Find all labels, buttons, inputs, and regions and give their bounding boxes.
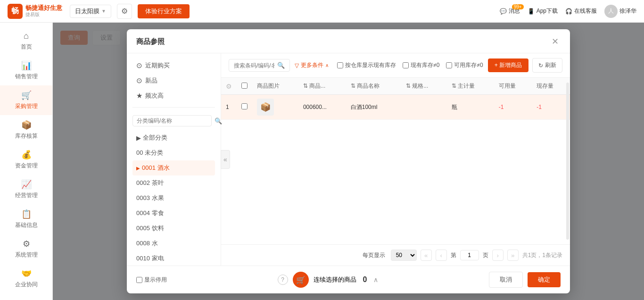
sidebar-item-operations[interactable]: 📈 经营管理 (0, 175, 52, 204)
home-icon: ⌂ (24, 31, 29, 41)
right-panel: 🔍 ▽ 更多条件 ∧ 按仓库显示现有库存 (221, 53, 570, 266)
row-checkbox (237, 95, 252, 120)
shortcut-new[interactable]: ⊙ 新品 (132, 73, 215, 88)
product-search-icon[interactable]: 🔍 (277, 62, 285, 69)
sort-icon: ⇅ (406, 83, 411, 89)
category-0002[interactable]: 0002 茶叶 (132, 175, 215, 191)
modal-title: 商品参照 (136, 37, 165, 46)
total-info: 共1页，1条记录 (522, 251, 562, 259)
col-stock: 现存量 (532, 78, 570, 95)
col-spec[interactable]: ⇅ 规格... (401, 78, 447, 95)
sidebar-item-guide[interactable]: 🎯 新手引导 (0, 297, 52, 300)
category-0001[interactable]: ▶ 0001 酒水 (132, 160, 215, 175)
close-button[interactable]: ✕ (549, 36, 561, 47)
more-filter-button[interactable]: ▽ 更多条件 ∧ (295, 61, 329, 69)
product-search-bar: 🔍 (229, 59, 290, 72)
footer-center: ? 🛒 连续选择的商品 0 ∧ (167, 272, 489, 288)
recent-icon: ⊙ (136, 61, 142, 70)
category-0005[interactable]: 0005 饮料 (132, 221, 215, 236)
user-nav[interactable]: 人 徐泽华 (604, 5, 636, 18)
modal-body: ⊙ 近期购买 ⊙ 新品 ★ 频次高 (127, 53, 570, 266)
filter-arrow-icon: ∧ (325, 63, 329, 68)
trial-button[interactable]: 体验行业方案 (138, 4, 190, 18)
cancel-button[interactable]: 取消 (489, 272, 523, 288)
pagination: 每页显示 50 10 20 100 « ‹ 第 页 (221, 244, 570, 266)
logo-text: 畅捷通好生意 (25, 4, 62, 12)
product-reference-modal: 商品参照 ✕ ⊙ 近期购买 ⊙ 新 (127, 29, 570, 293)
prev-page-button[interactable]: ‹ (436, 250, 447, 261)
first-page-button[interactable]: « (421, 250, 432, 261)
sales-icon: 📊 (21, 60, 32, 71)
col-unit[interactable]: ⇅ 主计量 (447, 78, 494, 95)
refresh-button[interactable]: ↻ 刷新 (532, 58, 562, 73)
sidebar-item-finance[interactable]: 💰 资金管理 (0, 145, 52, 175)
help-icon[interactable]: ? (278, 275, 288, 285)
shortcut-recent[interactable]: ⊙ 近期购买 (132, 58, 215, 73)
sidebar-item-home[interactable]: ⌂ 首页 (0, 26, 52, 56)
sidebar-item-basic[interactable]: 📋 基础信息 (0, 204, 52, 234)
category-all[interactable]: ▶ 全部分类 (132, 130, 215, 145)
shortcuts-section: ⊙ 近期购买 ⊙ 新品 ★ 频次高 (127, 58, 221, 103)
inventory-icon: 📦 (21, 120, 32, 130)
system-icon: ⚙ (23, 239, 30, 249)
column-settings-icon[interactable]: ⚙ (226, 83, 232, 90)
table-row[interactable]: 1 📦 (221, 95, 570, 120)
finance-icon: 💰 (21, 150, 32, 160)
category-search-input[interactable] (132, 115, 212, 126)
checkbox-usable[interactable]: 可用库存≠0 (446, 61, 483, 69)
category-0004[interactable]: 0004 零食 (132, 206, 215, 221)
divider (132, 107, 215, 108)
select-all-checkbox[interactable] (241, 83, 248, 89)
next-page-button[interactable]: › (492, 250, 504, 261)
row-code: 000600... (298, 95, 346, 120)
col-image: 商品图片 (252, 78, 298, 95)
per-page-select[interactable]: 50 10 20 100 (391, 250, 417, 261)
sidebar-item-collab[interactable]: 🤝 企业协同 (0, 264, 52, 293)
sidebar-item-purchase[interactable]: 🛒 采购管理 (0, 85, 52, 115)
table-scrollbar[interactable] (566, 83, 569, 240)
headset-icon: 🎧 (565, 8, 572, 15)
row-select-checkbox[interactable] (241, 103, 248, 109)
checkbox-available[interactable]: 现有库存≠0 (403, 61, 439, 69)
store-selector[interactable]: 日太阳膜 ▼ (70, 5, 111, 18)
col-name[interactable]: ⇅ 商品名称 (346, 78, 401, 95)
row-index: 1 (221, 95, 237, 120)
row-available: -1 (494, 95, 532, 120)
per-page-label: 每页显示 (363, 251, 385, 259)
col-code[interactable]: ⇅ 商品... (298, 78, 346, 95)
product-search-input[interactable] (234, 62, 274, 69)
category-0003[interactable]: 0003 水果 (132, 191, 215, 206)
purchase-icon: 🛒 (21, 90, 32, 100)
mobile-icon: 📱 (528, 8, 535, 15)
online-service-nav[interactable]: 🎧 在线客服 (565, 7, 597, 15)
show-disabled-checkbox[interactable]: 显示停用 (136, 276, 167, 284)
app-download-nav[interactable]: 📱 App下载 (528, 7, 558, 15)
category-00[interactable]: 00 未分类 (132, 145, 215, 160)
category-0010[interactable]: 0010 家电 (132, 251, 215, 261)
category-0008[interactable]: 0008 水 (132, 236, 215, 251)
selected-label: 连续选择的商品 (314, 275, 356, 284)
sidebar: ⌂ 首页 📊 销售管理 🛒 采购管理 📦 库存核算 💰 资金管理 📈 经营管理 … (0, 23, 53, 300)
checkbox-warehouse[interactable]: 按仓库显示现有库存 (337, 61, 396, 69)
sidebar-item-inventory[interactable]: 📦 库存核算 (0, 115, 52, 145)
message-nav[interactable]: 💬 消息 99+ (500, 7, 520, 15)
page-number-input[interactable] (460, 250, 479, 260)
cart-icon[interactable]: 🛒 (293, 272, 309, 288)
filter-icon: ▽ (295, 62, 299, 69)
page-label: 第 (451, 251, 456, 259)
expand-icon: ▶ (136, 134, 141, 142)
last-page-button[interactable]: » (507, 250, 519, 261)
basic-icon: 📋 (21, 209, 32, 219)
confirm-button[interactable]: 确定 (528, 272, 561, 287)
settings-icon[interactable]: ⚙ (117, 4, 132, 19)
toolbar-right: + 新增商品 ↻ 刷新 (488, 58, 562, 73)
collapse-footer-icon[interactable]: ∧ (373, 276, 378, 283)
logo: 畅 畅捷通好生意 捷易版 (8, 4, 64, 19)
row-stock: -1 (532, 95, 570, 120)
sidebar-item-sales[interactable]: 📊 销售管理 (0, 56, 52, 85)
add-product-button[interactable]: + 新增商品 (488, 58, 528, 72)
left-panel: ⊙ 近期购买 ⊙ 新品 ★ 频次高 (127, 53, 221, 266)
sidebar-item-system[interactable]: ⚙ 系统管理 (0, 234, 52, 264)
product-thumbnail: 📦 (257, 99, 274, 116)
shortcut-frequent[interactable]: ★ 频次高 (132, 88, 215, 103)
